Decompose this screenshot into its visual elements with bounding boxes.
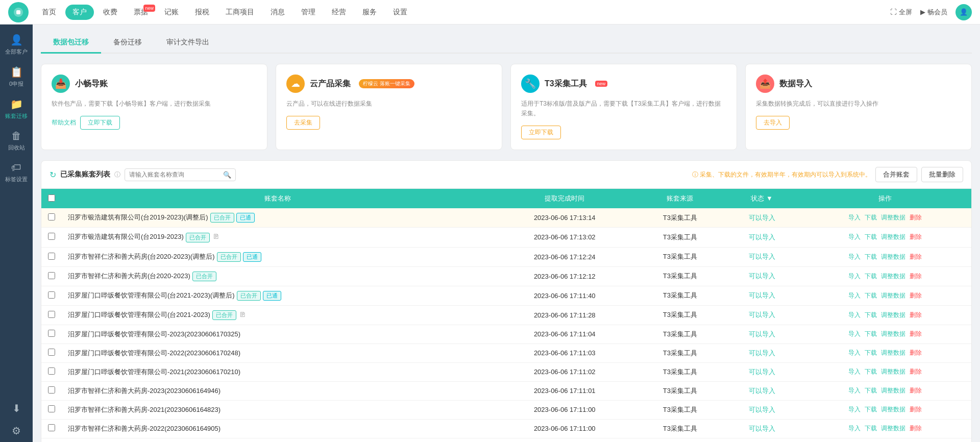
action-删除[interactable]: 删除 xyxy=(910,311,922,318)
yuncp-collect-button[interactable]: 去采集 xyxy=(286,116,320,130)
action-删除[interactable]: 删除 xyxy=(910,425,922,432)
row-checkbox[interactable] xyxy=(48,330,55,337)
merge-accounts-button[interactable]: 合并账套 xyxy=(875,167,917,182)
refresh-icon[interactable]: ↻ xyxy=(50,170,56,180)
nav-service[interactable]: 服务 xyxy=(355,5,384,20)
nav-management[interactable]: 管理 xyxy=(294,5,323,20)
sidebar-item-download[interactable]: ⬇ xyxy=(0,397,33,420)
action-下载[interactable]: 下载 xyxy=(865,292,877,299)
user-avatar[interactable]: 👤 xyxy=(955,4,972,20)
action-删除[interactable]: 删除 xyxy=(910,214,922,221)
action-导入[interactable]: 导入 xyxy=(848,425,861,432)
action-下载[interactable]: 下载 xyxy=(865,311,877,318)
action-调整数据[interactable]: 调整数据 xyxy=(881,387,905,394)
action-下载[interactable]: 下载 xyxy=(865,368,877,375)
file-icon[interactable]: 🖹 xyxy=(213,233,219,240)
action-删除[interactable]: 删除 xyxy=(910,253,922,260)
file-icon[interactable]: 🖹 xyxy=(239,311,246,318)
nav-tax[interactable]: 报税 xyxy=(188,5,216,20)
search-input[interactable] xyxy=(129,171,221,178)
nav-bookkeeping[interactable]: 记账 xyxy=(157,5,186,20)
action-删除[interactable]: 删除 xyxy=(910,406,922,413)
row-checkbox[interactable] xyxy=(48,291,55,299)
nav-home[interactable]: 首页 xyxy=(35,5,63,20)
row-checkbox[interactable] xyxy=(48,386,55,394)
tab-data-migration[interactable]: 数据包迁移 xyxy=(41,33,101,54)
row-checkbox[interactable] xyxy=(48,213,55,220)
action-导入[interactable]: 导入 xyxy=(848,349,861,356)
action-下载[interactable]: 下载 xyxy=(865,253,877,260)
col-status[interactable]: 状态 ▼ xyxy=(725,189,799,208)
action-导入[interactable]: 导入 xyxy=(848,214,861,221)
table-help-icon[interactable]: ⓘ xyxy=(114,170,120,179)
action-导入[interactable]: 导入 xyxy=(848,292,861,299)
row-checkbox[interactable] xyxy=(48,253,55,260)
action-删除[interactable]: 删除 xyxy=(910,273,922,280)
xiaochang-help-link[interactable]: 帮助文档 xyxy=(52,118,76,127)
action-删除[interactable]: 删除 xyxy=(910,387,922,394)
action-下载[interactable]: 下载 xyxy=(865,425,877,432)
row-checkbox[interactable] xyxy=(48,233,55,240)
action-下载[interactable]: 下载 xyxy=(865,349,877,356)
action-导入[interactable]: 导入 xyxy=(848,253,861,260)
row-checkbox[interactable] xyxy=(48,272,55,279)
action-调整数据[interactable]: 调整数据 xyxy=(881,273,905,280)
sidebar-item-recycle[interactable]: 🗑 回收站 xyxy=(0,125,33,157)
t3-download-button[interactable]: 立即下载 xyxy=(521,126,561,139)
fullscreen-button[interactable]: ⛶ 全屏 xyxy=(890,8,912,17)
member-button[interactable]: ▶ 畅会员 xyxy=(920,8,947,17)
row-checkbox[interactable] xyxy=(48,311,55,318)
app-logo[interactable] xyxy=(8,2,29,22)
action-导入[interactable]: 导入 xyxy=(848,406,861,413)
nav-settings[interactable]: 设置 xyxy=(386,5,414,20)
action-调整数据[interactable]: 调整数据 xyxy=(881,368,905,375)
batch-delete-button[interactable]: 批量删除 xyxy=(921,167,963,182)
xiaochang-download-button[interactable]: 立即下载 xyxy=(80,116,120,130)
nav-operation[interactable]: 经营 xyxy=(325,5,353,20)
tab-backup-migration[interactable]: 备份迁移 xyxy=(101,33,154,54)
dataimport-goto-button[interactable]: 去导入 xyxy=(756,116,790,130)
action-调整数据[interactable]: 调整数据 xyxy=(881,349,905,356)
action-删除[interactable]: 删除 xyxy=(910,349,922,356)
action-导入[interactable]: 导入 xyxy=(848,233,861,240)
row-checkbox[interactable] xyxy=(48,367,55,375)
row-checkbox[interactable] xyxy=(48,349,55,356)
action-导入[interactable]: 导入 xyxy=(848,330,861,337)
nav-business[interactable]: 工商项目 xyxy=(218,5,261,20)
nav-billing[interactable]: 收费 xyxy=(96,5,125,20)
action-下载[interactable]: 下载 xyxy=(865,233,877,240)
action-下载[interactable]: 下载 xyxy=(865,273,877,280)
sidebar-item-all-customers[interactable]: 👤 全部客户 xyxy=(0,29,33,61)
action-删除[interactable]: 删除 xyxy=(910,330,922,337)
nav-invoice[interactable]: 票据new xyxy=(127,5,155,20)
row-checkbox[interactable] xyxy=(48,424,55,431)
action-导入[interactable]: 导入 xyxy=(848,311,861,318)
action-导入[interactable]: 导入 xyxy=(848,273,861,280)
sidebar-item-tag-settings[interactable]: 🏷 标签设置 xyxy=(0,157,33,188)
action-调整数据[interactable]: 调整数据 xyxy=(881,214,905,221)
action-删除[interactable]: 删除 xyxy=(910,233,922,240)
sidebar-item-account-migration[interactable]: 📁 账套迁移 xyxy=(0,93,33,125)
action-调整数据[interactable]: 调整数据 xyxy=(881,330,905,337)
action-下载[interactable]: 下载 xyxy=(865,387,877,394)
action-下载[interactable]: 下载 xyxy=(865,406,877,413)
action-调整数据[interactable]: 调整数据 xyxy=(881,253,905,260)
sidebar-item-profile[interactable]: ⚙ xyxy=(0,420,33,442)
action-调整数据[interactable]: 调整数据 xyxy=(881,292,905,299)
action-调整数据[interactable]: 调整数据 xyxy=(881,406,905,413)
action-调整数据[interactable]: 调整数据 xyxy=(881,233,905,240)
nav-customer[interactable]: 客户 xyxy=(65,5,94,20)
nav-message[interactable]: 消息 xyxy=(263,5,292,20)
action-下载[interactable]: 下载 xyxy=(865,330,877,337)
action-调整数据[interactable]: 调整数据 xyxy=(881,425,905,432)
tab-audit-export[interactable]: 审计文件导出 xyxy=(154,33,222,54)
select-all-checkbox[interactable] xyxy=(48,194,55,202)
sidebar-item-zero-declaration[interactable]: 📋 0申报 xyxy=(0,61,33,93)
action-调整数据[interactable]: 调整数据 xyxy=(881,311,905,318)
action-下载[interactable]: 下载 xyxy=(865,214,877,221)
action-导入[interactable]: 导入 xyxy=(848,387,861,394)
row-checkbox[interactable] xyxy=(48,405,55,412)
action-删除[interactable]: 删除 xyxy=(910,292,922,299)
action-删除[interactable]: 删除 xyxy=(910,368,922,375)
action-导入[interactable]: 导入 xyxy=(848,368,861,375)
